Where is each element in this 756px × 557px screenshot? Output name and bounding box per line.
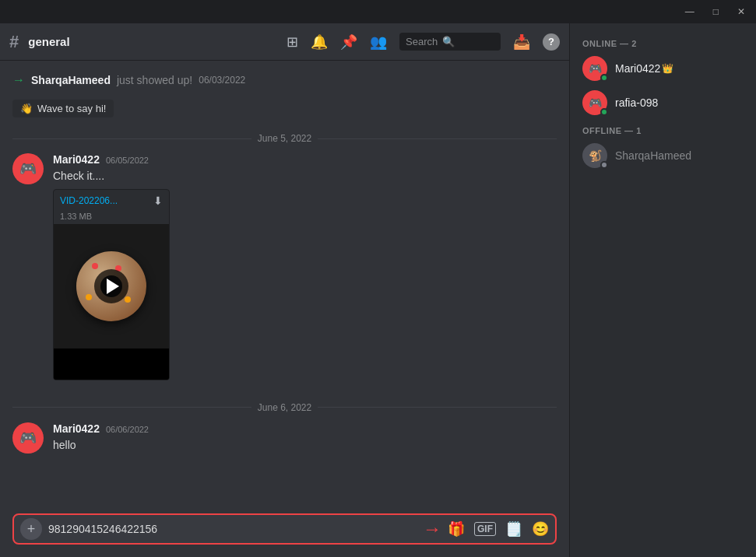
message-text-1: Check it.... (53, 169, 557, 184)
offline-section-title: OFFLINE — 1 (576, 120, 750, 138)
video-black-bar (54, 349, 169, 380)
avatar-emoji-rafia: 🎮 (589, 96, 602, 109)
wave-label: Wave to say hi! (37, 103, 106, 114)
message-group-1: 🎮 Mari0422 06/05/2022 Check it.... VID-2… (12, 153, 557, 380)
wave-button[interactable]: 👋 Wave to say hi! (12, 100, 114, 117)
date-divider-june5: June 5, 2022 (12, 133, 557, 144)
help-icon[interactable]: ? (543, 33, 560, 51)
video-header: VID-202206... ⬇ (54, 190, 169, 212)
join-arrow-icon: → (12, 73, 25, 87)
join-username: SharqaHameed (31, 74, 111, 86)
video-frame (54, 224, 169, 349)
members-icon[interactable]: 👥 (370, 33, 387, 51)
online-status-dot-mari (600, 74, 608, 82)
member-name-sharqa: SharqaHameed (615, 149, 691, 162)
video-filename[interactable]: VID-202206... (60, 195, 118, 206)
member-avatar-rafia: 🎮 (582, 90, 607, 115)
avatar-emoji-mari: 🎮 (589, 62, 602, 75)
dot4 (125, 296, 131, 303)
message-group-2: 🎮 Mari0422 06/06/2022 hello (12, 422, 557, 454)
arrow-icon: → (423, 518, 441, 540)
video-attachment: VID-202206... ⬇ 1.33 MB (53, 189, 170, 380)
member-avatar-mari0422: 🎮 (582, 56, 607, 81)
search-icon: 🔍 (442, 36, 455, 47)
online-section-title: ONLINE — 2 (576, 33, 750, 51)
video-thumbnail[interactable] (54, 224, 169, 380)
channel-name: general (28, 35, 69, 48)
date-divider-june6: June 6, 2022 (12, 402, 557, 413)
date-text-june6: June 6, 2022 (258, 402, 311, 413)
username-2[interactable]: Mari0422 (53, 422, 100, 435)
member-name-row-mari: Mari0422 👑 (615, 62, 673, 75)
header-icons: ⊞ 🔔 📌 👥 Search 🔍 📥 ? (287, 33, 560, 51)
inbox-icon[interactable]: 📥 (513, 33, 530, 51)
avatar-emoji-sharqa: 🐒 (589, 149, 602, 162)
join-text: just showed up! (117, 74, 192, 86)
message-input-container: + → 🎁 GIF 🗒️ 😊 (12, 513, 557, 545)
member-name-mari: Mari0422 (615, 62, 660, 75)
search-bar[interactable]: Search 🔍 (399, 33, 501, 51)
play-button[interactable] (94, 269, 128, 303)
member-name-rafia: rafia-098 (615, 96, 658, 109)
input-bar: + → 🎁 GIF 🗒️ 😊 (0, 513, 569, 557)
channels-icon[interactable]: ⊞ (287, 33, 298, 51)
avatar-mari0422-2: 🎮 (12, 422, 44, 454)
message-input[interactable] (48, 515, 420, 543)
maximize-button[interactable]: □ (709, 5, 723, 19)
crown-icon: 👑 (662, 63, 673, 74)
emoji-icon[interactable]: 😊 (532, 520, 549, 538)
dot1 (92, 263, 98, 269)
member-item-sharqa[interactable]: 🐒 SharqaHameed (576, 138, 750, 173)
member-item-rafia[interactable]: 🎮 rafia-098 (576, 86, 750, 120)
offline-status-dot-sharqa (600, 161, 608, 169)
message-header-1: Mari0422 06/05/2022 (53, 153, 557, 166)
close-button[interactable]: ✕ (733, 5, 750, 19)
members-sidebar: ONLINE — 2 🎮 Mari0422 👑 🎮 rafia-098 OFFL… (569, 23, 756, 557)
download-icon[interactable]: ⬇ (153, 194, 163, 207)
titlebar: — □ ✕ (0, 0, 756, 23)
join-notice: → SharqaHameed just showed up! 06/03/202… (12, 73, 557, 87)
sticker-icon[interactable]: 🗒️ (505, 520, 522, 538)
timestamp-2: 06/06/2022 (106, 425, 149, 434)
video-size: 1.33 MB (54, 212, 169, 224)
bell-icon[interactable]: 🔔 (311, 33, 328, 51)
gif-button[interactable]: GIF (474, 522, 496, 536)
search-text: Search (406, 36, 438, 47)
message-header-2: Mari0422 06/06/2022 (53, 422, 557, 435)
minimize-button[interactable]: — (680, 5, 699, 19)
message-content-2: Mari0422 06/06/2022 hello (53, 422, 557, 454)
username-1[interactable]: Mari0422 (53, 153, 100, 166)
gift-icon[interactable]: 🎁 (448, 520, 465, 538)
message-content-1: Mari0422 06/05/2022 Check it.... VID-202… (53, 153, 557, 380)
main-layout: # general ⊞ 🔔 📌 👥 Search 🔍 📥 ? → SharqaH… (0, 23, 756, 557)
hash-icon: # (9, 32, 19, 52)
date-text-june5: June 5, 2022 (258, 133, 311, 144)
avatar-icon: 🎮 (19, 160, 37, 177)
timestamp-1: 06/05/2022 (106, 156, 149, 165)
message-text-2: hello (53, 438, 557, 454)
member-avatar-sharqa: 🐒 (582, 143, 607, 168)
chat-area: # general ⊞ 🔔 📌 👥 Search 🔍 📥 ? → SharqaH… (0, 23, 569, 557)
member-item-mari0422[interactable]: 🎮 Mari0422 👑 (576, 51, 750, 86)
online-status-dot-rafia (600, 108, 608, 116)
input-actions: 🎁 GIF 🗒️ 😊 (448, 520, 549, 538)
messages-list: → SharqaHameed just showed up! 06/03/202… (0, 61, 569, 513)
add-attachment-button[interactable]: + (20, 518, 42, 540)
channel-header: # general ⊞ 🔔 📌 👥 Search 🔍 📥 ? (0, 23, 569, 61)
avatar-icon-2: 🎮 (19, 429, 37, 447)
avatar-mari0422-1: 🎮 (12, 153, 44, 184)
video-inner (54, 224, 169, 380)
dot3 (86, 294, 92, 300)
wave-emoji: 👋 (20, 103, 33, 114)
join-date: 06/03/2022 (199, 75, 245, 86)
pin-icon[interactable]: 📌 (340, 33, 357, 51)
